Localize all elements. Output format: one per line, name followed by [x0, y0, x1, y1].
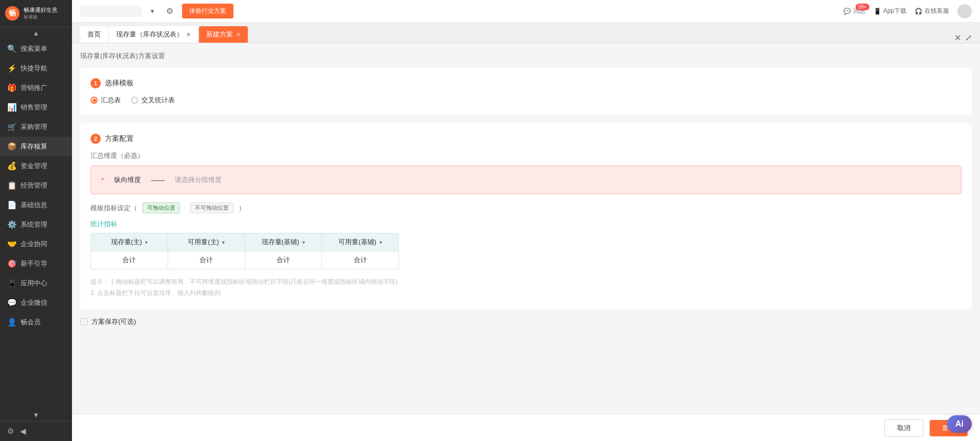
sidebar-label-member: 畅会员 [21, 318, 41, 327]
sidebar-item-wechat[interactable]: 💬 企业微信 [0, 293, 72, 313]
inventory-icon: 📦 [7, 142, 16, 151]
step2-card: 2 方案配置 汇总维度（必选） * 纵向维度 —— 请选择分组维度 模板指标设定… [80, 123, 972, 309]
collapse-icon[interactable]: ◀ [20, 427, 26, 436]
sidebar-item-newbie[interactable]: 🎯 新手引导 [0, 254, 72, 273]
sidebar-item-search[interactable]: 🔍 搜索菜单 [0, 39, 72, 59]
page-title: 现存量(库存状况表)方案设置 [80, 51, 972, 61]
search-box[interactable] [80, 6, 142, 17]
sidebar-item-purchase[interactable]: 🛒 采购管理 [0, 117, 72, 137]
sidebar-label-system: 系统管理 [21, 220, 47, 229]
stats-col-0: 现存量(主) ▾ [91, 233, 168, 251]
tab-inventory-status[interactable]: 现存量（库存状况表） ✕ [109, 26, 198, 43]
app-download-button[interactable]: 📱 App下载 [874, 7, 906, 15]
settings-footer-icon[interactable]: ⚙ [7, 427, 14, 436]
sidebar-item-contract[interactable]: 🤝 企业协同 [0, 234, 72, 254]
tab-close-window-icon[interactable]: ✕ [954, 33, 961, 43]
sidebar-label-apps: 应用中心 [21, 279, 47, 288]
radio-summary[interactable]: 汇总表 [90, 96, 121, 105]
message-button[interactable]: 💬 消息 99+ [843, 7, 865, 15]
sidebar-item-finance[interactable]: 💰 资金管理 [0, 156, 72, 176]
stats-col-0-dropdown[interactable]: ▾ [145, 240, 148, 245]
sales-icon: 📊 [7, 103, 16, 112]
save-checkbox[interactable] [80, 318, 87, 325]
settings-gear-icon[interactable]: ⚙ [162, 4, 177, 19]
sidebar-label-marketing: 营销推广 [21, 83, 47, 93]
step2-header: 2 方案配置 [90, 134, 961, 144]
sidebar-item-member[interactable]: 👤 畅会员 [0, 313, 72, 332]
sidebar-item-inventory[interactable]: 📦 库存核算 [0, 137, 72, 156]
stats-cell-0: 合计 [91, 251, 168, 269]
radio-summary-label: 汇总表 [101, 96, 121, 105]
stats-col-2-dropdown[interactable]: ▾ [302, 240, 305, 245]
quick-nav-icon: ⚡ [7, 64, 16, 73]
tip-1: 1.拖动标题栏可以调整布局，不可跨维度或指标区域拖动栏目字段(只能在同一维度或指… [111, 278, 397, 285]
finance-icon: 💰 [7, 161, 16, 171]
sidebar-scroll-up[interactable]: ▲ [0, 27, 72, 39]
tab-new-plan-close-icon[interactable]: ✕ [236, 31, 241, 38]
draggable-badge: 可拖动位置 [142, 203, 180, 213]
app-download-icon: 📱 [874, 8, 881, 15]
tab-inventory-close-icon[interactable]: ✕ [186, 31, 191, 38]
content-area: 现存量(库存状况表)方案设置 1 选择模板 汇总表 交叉统计表 [72, 43, 980, 414]
logo-text: 畅康通好生意 标准版 [24, 6, 58, 20]
sidebar-label-sales: 销售管理 [21, 103, 47, 112]
tab-new-plan[interactable]: 新建方案 ✕ [199, 26, 248, 43]
sidebar-item-sales[interactable]: 📊 销售管理 [0, 98, 72, 117]
indicator-settings-prefix: 模板指标设定（ [90, 204, 137, 213]
sidebar-label-search: 搜索菜单 [21, 44, 47, 53]
radio-cross[interactable]: 交叉统计表 [131, 96, 175, 105]
non-draggable-badge: 不可拖动位置 [190, 203, 233, 213]
stats-col-3-dropdown[interactable]: ▾ [379, 240, 382, 245]
sidebar-label-quick-nav: 快捷导航 [21, 64, 47, 73]
tab-new-plan-label: 新建方案 [206, 30, 233, 39]
sidebar-item-basic-info[interactable]: 📄 基础信息 [0, 195, 72, 215]
tips-title: 提示： [90, 278, 109, 285]
apps-icon: 📱 [7, 279, 16, 288]
logo-icon: 畅 [5, 6, 20, 21]
customer-service-button[interactable]: 🎧 在线客服 [915, 7, 949, 15]
step2-title: 方案配置 [105, 134, 134, 143]
bottom-bar: 取消 查询 [72, 414, 980, 441]
stats-table: 现存量(主) ▾ 可用量(主) ▾ 现存量(基辅) ▾ 可用量(基辅) [90, 233, 399, 269]
required-mark: * [101, 176, 104, 184]
radio-summary-circle [90, 97, 98, 104]
stats-col-1-dropdown[interactable]: ▾ [222, 240, 225, 245]
sidebar-label-wechat: 企业微信 [21, 298, 47, 307]
sidebar-label-newbie: 新手引导 [21, 259, 47, 268]
tabbar-actions: ✕ ⤢ [954, 33, 972, 43]
sidebar-item-operations[interactable]: 📋 经营管理 [0, 176, 72, 195]
user-avatar[interactable] [957, 4, 972, 19]
tab-expand-icon[interactable]: ⤢ [965, 33, 972, 43]
trial-button[interactable]: 体验行业方案 [182, 4, 233, 19]
marketing-icon: 🎁 [7, 83, 16, 93]
sidebar-label-operations: 经营管理 [21, 181, 47, 190]
sidebar-item-system[interactable]: ⚙️ 系统管理 [0, 215, 72, 234]
step1-title: 选择模板 [105, 79, 134, 88]
cancel-button[interactable]: 取消 [884, 419, 923, 437]
search-input[interactable] [85, 8, 137, 15]
ai-button[interactable]: Ai [947, 415, 972, 433]
dimension-label: 纵向维度 [114, 175, 141, 185]
sidebar-item-quick-nav[interactable]: ⚡ 快捷导航 [0, 59, 72, 78]
sidebar-item-apps[interactable]: 📱 应用中心 [0, 273, 72, 293]
save-label: 方案保存(可选) [92, 317, 136, 326]
step1-header: 1 选择模板 [90, 78, 961, 88]
sidebar-item-marketing[interactable]: 🎁 营销推广 [0, 78, 72, 98]
stats-cell-2: 合计 [245, 251, 322, 269]
sidebar-scroll-down[interactable]: ▼ [0, 409, 72, 421]
dimension-box[interactable]: * 纵向维度 —— 请选择分组维度 [90, 166, 961, 194]
search-dropdown-icon[interactable]: ▾ [147, 6, 157, 16]
sidebar-label-finance: 资金管理 [21, 161, 47, 171]
tip-2: 2. 点击标题栏下拉可设置排序、插入列和删除列 [90, 289, 221, 297]
stats-section: 统计指标 现存量(主) ▾ 可用量(主) ▾ 现存量(基辅) [90, 219, 961, 269]
sidebar-label-purchase: 采购管理 [21, 122, 47, 132]
topbar-right: 💬 消息 99+ 📱 App下载 🎧 在线客服 [843, 4, 972, 19]
stats-col-2-label: 现存量(基辅) [262, 237, 300, 247]
radio-cross-circle [131, 97, 138, 104]
sidebar-nav: 🔍 搜索菜单 ⚡ 快捷导航 🎁 营销推广 📊 销售管理 🛒 采购管理 📦 库存核… [0, 39, 72, 409]
customer-service-label: 在线客服 [924, 7, 949, 15]
newbie-icon: 🎯 [7, 259, 16, 268]
stats-title: 统计指标 [90, 219, 961, 229]
app-download-label: App下载 [883, 7, 906, 15]
tab-home[interactable]: 首页 [80, 26, 108, 43]
